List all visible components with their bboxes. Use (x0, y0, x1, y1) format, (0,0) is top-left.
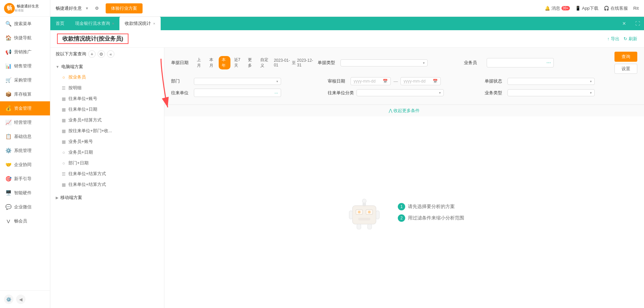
enterprise-icon: 🤝 (5, 162, 11, 168)
scheme-group-mobile-header[interactable]: ▶ 移动端方案 (50, 193, 164, 203)
notification-btn[interactable]: 🔔 消息 99+ (545, 5, 570, 11)
bell-icon: 🔔 (545, 6, 550, 11)
tabbar: 首页 现金银行流水查询 × 收款情况统计 × × ⛶ (50, 17, 644, 30)
sidebar-item-enterprise[interactable]: 🤝 企业协同 (0, 158, 50, 172)
notification-label: 消息 (551, 5, 560, 11)
scheme-item-label: 往来单位+账号 (68, 96, 97, 102)
partner-more[interactable]: ··· (274, 90, 278, 95)
scheme-group-desktop-header[interactable]: ▼ 电脑端方案 (50, 62, 164, 72)
dept-select[interactable]: ▾ (194, 78, 281, 85)
review-date-start-input[interactable]: yyyy-mm-dd 📅 (351, 77, 391, 85)
date-btn-custom[interactable]: 自定义 (257, 56, 272, 69)
export-icon: ↑ (607, 36, 610, 41)
empty-tip-1: 1 请先选择要分析的方案 (398, 203, 464, 210)
sidebar-item-search[interactable]: 🔍 搜索菜单 (0, 17, 50, 31)
scheme-item-salesman-date[interactable]: ○ 业务员+日期 (50, 147, 164, 158)
scheme-item-label: 业务员+结算方式 (68, 117, 102, 123)
sidebar-item-guide[interactable]: 🎯 新手引导 (0, 172, 50, 186)
online-service-btn[interactable]: 🎧 在线客服 (604, 5, 628, 11)
sidebar-item-hardware[interactable]: 🖥️ 智能硬件 (0, 186, 50, 200)
basic-icon: 📋 (5, 134, 11, 140)
tab-bank-flow[interactable]: 现金银行流水查询 × (70, 17, 119, 30)
footer-settings-btn[interactable]: ⚙️ (4, 295, 13, 304)
empty-tips: 1 请先选择要分析的方案 2 用过滤条件来缩小分析范围 (398, 203, 464, 222)
tab-collection-stat-close[interactable]: × (153, 21, 155, 25)
sidebar-item-quick-nav[interactable]: 🏠 快捷导航 (0, 31, 50, 45)
scheme-item-partner-date[interactable]: ▦ 往来单位+日期 (50, 104, 164, 115)
date-btn-last-month[interactable]: 上月 (194, 56, 206, 69)
date-range-end: 2023-12-31 (297, 58, 314, 67)
refresh-icon: ↻ (624, 36, 627, 41)
user-avatar[interactable]: Rit (633, 6, 639, 11)
review-date-label: 审核日期 (328, 78, 348, 84)
tab-home[interactable]: 首页 (50, 17, 70, 30)
scheme-item-label: 业务员+日期 (68, 149, 93, 155)
purchase-icon: 🛒 (5, 77, 11, 83)
biz-type-select[interactable]: ▾ (507, 89, 595, 96)
filter-doc-type-group: 单据类型 ▾ (318, 59, 460, 66)
sidebar-item-business[interactable]: 📈 经营管理 (0, 115, 50, 130)
scheme-item-by-detail[interactable]: ☰ 按明细 (50, 83, 164, 93)
sidebar-item-wechat[interactable]: 💬 企业微信 (0, 200, 50, 214)
chevron-down-icon: ▾ (590, 91, 592, 95)
export-label: 导出 (611, 36, 620, 42)
export-btn[interactable]: ↑ 导出 (607, 36, 620, 42)
chevron-down-icon: ▾ (423, 61, 425, 65)
tabbar-expand-btn[interactable]: ⛶ (631, 21, 644, 26)
doc-type-select[interactable]: ▾ (340, 59, 428, 66)
set-btn[interactable]: 设置 (614, 64, 637, 74)
sidebar-item-inventory[interactable]: 📦 库存核算 (0, 87, 50, 101)
topbar-gear-btn[interactable]: ⚙ (92, 4, 102, 13)
sidebar-item-marketing[interactable]: 📢 营销推广 (0, 45, 50, 59)
left-scheme-panel: 按以下方案查询 + ⚙ « ▼ 电脑端方案 ○ 按业务员 ☰ (50, 48, 164, 308)
tab-collection-stat[interactable]: 收款情况统计 × (119, 17, 160, 30)
date-btn-7days[interactable]: 近7天 (231, 56, 245, 69)
sidebar-item-purchase[interactable]: 🛒 采购管理 (0, 73, 50, 87)
scheme-item-label: 业务员+账号 (68, 139, 93, 145)
collapse-more-bar[interactable]: ⋀ 收起更多条件 (164, 105, 644, 116)
tab-bank-flow-close[interactable]: × (112, 21, 114, 25)
app-download-btn[interactable]: 📱 App下载 (575, 5, 598, 11)
scheme-collapse-btn[interactable]: « (107, 50, 114, 58)
scheme-item-partner-settlement[interactable]: ☰ 往来单位+结算方式 (50, 168, 164, 179)
scheme-item-partner-settlement2[interactable]: ▦ 往来单位+结算方式 (50, 179, 164, 190)
scheme-item-by-salesman[interactable]: ○ 按业务员 (50, 72, 164, 83)
sidebar-nav: 🔍 搜索菜单 🏠 快捷导航 📢 营销推广 📊 销售管理 🛒 采购管理 📦 库存核… (0, 17, 50, 290)
scheme-item-salesman-settlement[interactable]: ▦ 业务员+结算方式 (50, 115, 164, 125)
query-btn[interactable]: 查询 (614, 52, 637, 62)
footer-collapse-btn[interactable]: ◀ (16, 295, 25, 304)
scheme-setting-btn[interactable]: ⚙ (98, 50, 105, 58)
partner-category-select[interactable]: ▾ (357, 89, 444, 96)
salesman-select[interactable]: ··· (487, 58, 554, 67)
date-btn-this-month[interactable]: 本月 (206, 56, 218, 69)
filter-row-2: 部门 ▾ 审核日期 yyyy-mm-dd 📅 (171, 77, 637, 85)
scheme-item-partner-dept[interactable]: ▦ 按往来单位+部门+收... (50, 125, 164, 136)
sidebar-item-basic[interactable]: 📋 基础信息 (0, 130, 50, 144)
filter-biz-type-group: 业务类型 ▾ (485, 89, 637, 96)
sidebar-item-system[interactable]: ⚙️ 系统管理 (0, 144, 50, 158)
scheme-item-icon: ▦ (61, 117, 66, 123)
refresh-btn[interactable]: ↻ 刷新 (624, 36, 637, 42)
partner-select[interactable]: ··· (194, 89, 281, 97)
scheme-item-salesman-account[interactable]: ▦ 业务员+账号 (50, 136, 164, 147)
tabbar-close-btn[interactable]: × (617, 20, 631, 27)
salesman-more-icon[interactable]: ··· (546, 60, 551, 66)
tab-collection-stat-label: 收款情况统计 (125, 20, 151, 27)
trial-btn[interactable]: 体验行业方案 (106, 3, 143, 13)
doc-status-select[interactable]: ▾ (507, 78, 595, 85)
scheme-add-btn[interactable]: + (88, 50, 96, 58)
calendar-icon: 📅 (383, 79, 388, 84)
sidebar-item-sales[interactable]: 📊 销售管理 (0, 59, 50, 73)
scheme-item-dept-date[interactable]: ○ 部门+日期 (50, 158, 164, 168)
scheme-item-icon: ▦ (61, 107, 66, 112)
date-btn-this-year[interactable]: 本年 (219, 56, 230, 69)
scheme-item-partner-account[interactable]: ▦ 往来单位+账号 (50, 93, 164, 104)
inventory-icon: 📦 (5, 91, 11, 97)
svg-rect-11 (368, 224, 372, 229)
date-btn-more[interactable]: 更多 (245, 56, 257, 69)
review-date-end-input[interactable]: yyyy-mm-dd 📅 (400, 77, 441, 85)
sidebar-item-finance[interactable]: 💰 资金管理 (0, 101, 50, 115)
sidebar-item-label: 智能硬件 (14, 190, 32, 196)
system-icon: ⚙️ (5, 148, 11, 154)
sidebar-item-member[interactable]: V 畅会员 (0, 214, 50, 228)
